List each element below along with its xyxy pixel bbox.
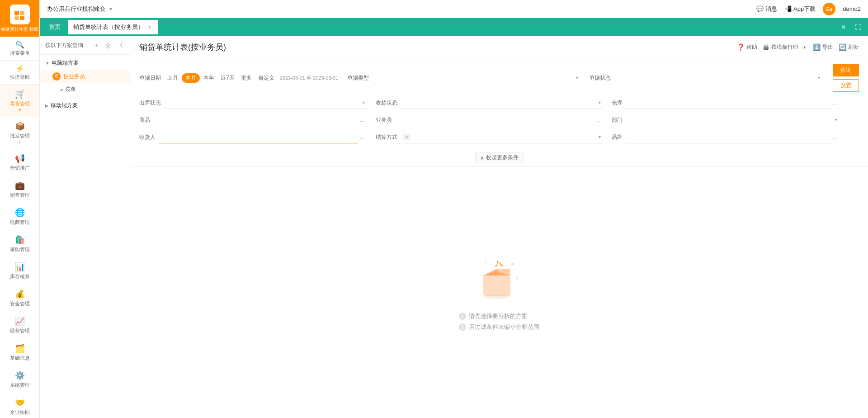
header-right: 💬 消息 📲 App下载 Ea demo2 xyxy=(756,3,861,15)
refresh-btn[interactable]: 🔄 刷新 xyxy=(839,43,859,51)
svg-point-12 xyxy=(484,295,509,299)
brand-more-btn[interactable]: … xyxy=(830,134,839,140)
tab-close-window-btn[interactable]: ✕ xyxy=(837,21,850,33)
export-btn[interactable]: ⬇️ 导出 xyxy=(813,43,833,51)
sidebar-item-operations[interactable]: 📈 经营管理 xyxy=(0,312,39,339)
salesman-more-btn[interactable]: … xyxy=(594,117,603,123)
help-btn[interactable]: ❓ 帮助 xyxy=(737,43,757,51)
date-tab-last-month[interactable]: 上月 xyxy=(165,73,181,83)
receipt-status-field: 收款状态 ▾ xyxy=(376,96,603,109)
sidebar-item-finance[interactable]: 💰 资金管理 xyxy=(0,285,39,312)
sub-label: 按单 xyxy=(65,86,76,93)
left-scheme-panel: 按以下方案查询 ＋ ◎ 《 ▼ 电脑端方案 员 按业务员 ▸ 按 xyxy=(40,36,130,418)
template-print-arrow[interactable]: ▾ xyxy=(801,45,807,50)
scheme-item-by-salesman[interactable]: 员 按业务员 xyxy=(40,70,130,83)
message-btn[interactable]: 💬 消息 xyxy=(756,5,777,13)
svg-point-11 xyxy=(516,277,519,279)
page-actions: ❓ 帮助 🖨️ 按模板打印 ▾ ⬇️ 导出 xyxy=(737,43,859,51)
doc-status-select[interactable]: ▾ xyxy=(614,71,822,84)
panel-header: 按以下方案查询 ＋ ◎ 《 xyxy=(40,36,130,55)
dept-arrow: ▾ xyxy=(835,117,837,122)
svg-marker-8 xyxy=(495,260,504,266)
panel-copy-btn[interactable]: ◎ xyxy=(104,41,113,50)
sidebar-item-basic[interactable]: 🗂️ 基础信息 xyxy=(0,339,39,366)
warehouse-input[interactable] xyxy=(626,96,830,109)
refresh-icon: 🔄 xyxy=(839,43,846,51)
top-header: 办公用品行业模拟账套 ▾ 💬 消息 📲 App下载 Ea demo2 xyxy=(40,0,868,18)
svg-point-9 xyxy=(511,263,514,266)
date-tab-this-month[interactable]: 本月 xyxy=(182,73,200,83)
group-arrow-icon: ▼ xyxy=(45,61,50,66)
salesman-input[interactable] xyxy=(396,114,594,126)
wholesale-icon: 📦 xyxy=(15,121,25,131)
sidebar-item-inventory[interactable]: 📊 库存核算 xyxy=(0,257,39,285)
enterprise-icon: 🤝 xyxy=(15,398,25,408)
tab-sales-stat[interactable]: 销货单统计表（按业务员） ✕ xyxy=(68,20,158,34)
step-num-1: 1 xyxy=(459,313,466,320)
settlement-arrow: ▾ xyxy=(599,134,601,139)
ecommerce-label: 电商管理 xyxy=(10,219,30,226)
tab-home[interactable]: 首页 xyxy=(43,20,66,34)
sidebar-logo[interactable]: 畅捷通好生意 标版 xyxy=(0,0,39,37)
quick-nav-btn[interactable]: ⚡ 快捷导航 xyxy=(0,61,39,85)
tab-bar: 首页 销货单统计表（按业务员） ✕ ✕ ⛶ xyxy=(40,18,868,36)
out-status-select[interactable]: ▾ xyxy=(165,96,367,109)
doc-type-label: 单据类型 xyxy=(347,74,369,82)
app-download-btn[interactable]: 📲 App下载 xyxy=(784,5,816,13)
date-tab-this-year[interactable]: 本年 xyxy=(201,73,217,83)
warehouse-more-btn[interactable]: … xyxy=(830,100,839,105)
brand-input[interactable] xyxy=(626,131,830,143)
date-label: 单据日期 xyxy=(139,74,161,82)
settlement-select[interactable]: × ▾ xyxy=(401,131,603,143)
scheme-group-mobile-title[interactable]: ▶ 移动端方案 xyxy=(40,99,130,112)
query-btn[interactable]: 查询 xyxy=(833,64,859,76)
sidebar-item-ecommerce[interactable]: 🌐 电商管理 xyxy=(0,203,39,230)
sidebar-item-purchase[interactable]: 🛍️ 采购管理 xyxy=(0,230,39,257)
tab-expand-btn[interactable]: ⛶ xyxy=(852,21,864,33)
scheme-group-pc-title[interactable]: ▼ 电脑端方案 xyxy=(40,57,130,70)
consignee-input[interactable] xyxy=(159,131,358,143)
scheme-sub-item-by-order[interactable]: ▸ 按单 xyxy=(40,83,130,95)
panel-add-btn[interactable]: ＋ xyxy=(92,41,101,50)
settlement-clear-btn[interactable]: × xyxy=(406,134,409,140)
date-tab-7days[interactable]: 近7天 xyxy=(218,73,237,83)
filter-form: 单据日期 上月 本月 本年 近7天 更多 自定义 2023-03-01 至 20… xyxy=(130,58,868,149)
sidebar-search-btn[interactable]: 🔍 搜索菜单 xyxy=(0,37,39,61)
search-label: 搜索菜单 xyxy=(10,50,30,57)
tab-close-btn[interactable]: ✕ xyxy=(146,24,153,30)
settings-btn[interactable]: 设置 xyxy=(833,79,859,92)
template-print-btn[interactable]: 🖨️ 按模板打印 ▾ xyxy=(763,43,807,51)
sidebar-item-wholesale[interactable]: 📦 批发管理 ▴ xyxy=(0,117,39,149)
collapse-conditions-btn[interactable]: ∧ 收起更多条件 xyxy=(475,152,524,163)
filter-row-3: 商品 … 业务员 … 部门 ▾ xyxy=(139,114,859,126)
date-tab-custom[interactable]: 自定义 xyxy=(255,73,277,83)
collapse-icon: ∧ xyxy=(480,155,484,161)
consignee-more-btn[interactable]: … xyxy=(358,134,367,140)
sub-icon: ▸ xyxy=(61,86,63,93)
template-print-main[interactable]: 🖨️ 按模板打印 xyxy=(763,43,801,51)
sidebar-item-system[interactable]: ⚙️ 系统管理 xyxy=(0,366,39,393)
mobile-group-label: 移动端方案 xyxy=(51,102,78,109)
date-tab-more[interactable]: 更多 xyxy=(238,73,255,83)
search-icon: 🔍 xyxy=(15,40,24,49)
dept-select[interactable]: ▾ xyxy=(626,114,839,126)
app-download-icon: 📲 xyxy=(784,5,792,12)
doc-type-select[interactable]: ▾ xyxy=(373,71,580,84)
consignee-label: 收货人 xyxy=(139,133,156,141)
goods-input[interactable] xyxy=(154,114,358,126)
svg-rect-4 xyxy=(483,276,510,296)
sidebar-item-enterprise[interactable]: 🤝 企业协同 xyxy=(0,393,39,418)
sidebar-item-retail[interactable]: 🛒 零售管理 ▾ xyxy=(0,85,39,117)
header-dropdown-btn[interactable]: ▾ xyxy=(109,6,112,12)
page-title: 销货单统计表(按业务员) xyxy=(139,42,226,52)
salesman-field: 业务员 … xyxy=(376,114,603,126)
panel-collapse-btn[interactable]: 《 xyxy=(115,41,124,50)
user-avatar[interactable]: Ea xyxy=(823,3,835,15)
goods-more-btn[interactable]: … xyxy=(358,117,367,123)
sidebar-item-marketing[interactable]: 📢 营销推广 xyxy=(0,149,39,176)
dept-label: 部门 xyxy=(612,116,623,124)
sidebar-item-sales[interactable]: 💼 销售管理 xyxy=(0,176,39,203)
brand-field: 品牌 … xyxy=(612,131,839,143)
warehouse-label: 仓库 xyxy=(612,99,623,107)
receipt-status-select[interactable]: ▾ xyxy=(401,96,603,109)
